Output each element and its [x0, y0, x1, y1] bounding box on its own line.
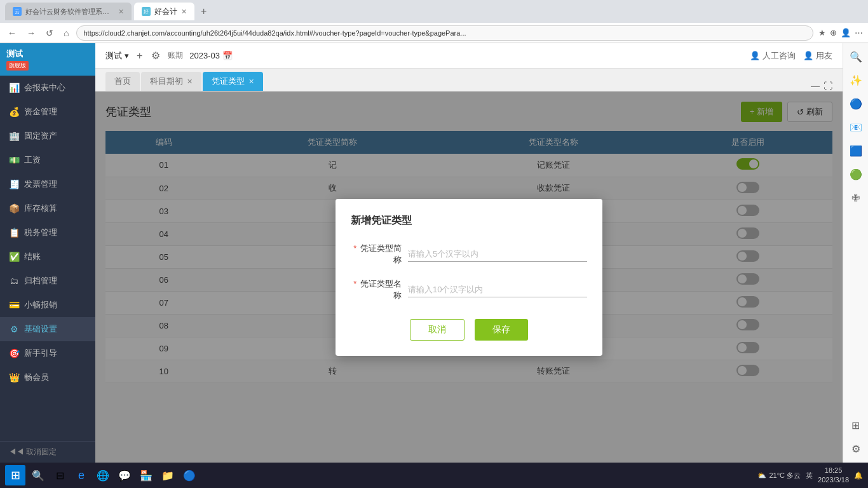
taskbar: ⊞ 🔍 ⊟ e 🌐 💬 🏪 📁 🔵 ⛅ 21°C 多云 英 18:25 2023… [0, 463, 868, 488]
sidebar-logo: 测试 旗舰版 [0, 43, 95, 76]
add-voucher-modal: 新增凭证类型 * 凭证类型简称 * 凭证类型名称 [336, 199, 602, 356]
sidebar-item-archive[interactable]: 🗂 归档管理 [0, 269, 95, 293]
notification-icon[interactable]: 🔔 [854, 471, 863, 480]
forward-button[interactable]: → [24, 27, 38, 39]
tab-expand-button[interactable]: ⛶ [824, 81, 832, 91]
taskbar-edge[interactable]: e [72, 466, 90, 484]
logo-badge: 旗舰版 [6, 61, 29, 71]
back-button[interactable]: ← [5, 27, 19, 39]
time-display: 18:25 [818, 466, 849, 475]
period-date: 2023-03 [189, 51, 220, 60]
taskbar-right: ⛅ 21°C 多云 英 18:25 2023/3/18 🔔 [757, 466, 863, 485]
right-mail-icon[interactable]: 📧 [847, 119, 865, 136]
tab-subject-init-close[interactable]: ✕ [187, 78, 193, 86]
right-sparkle-icon[interactable]: ✨ [847, 72, 865, 89]
cancel-pin-button[interactable]: ◀◀ 取消固定 [0, 441, 95, 463]
tab-expand: — ⛶ [811, 81, 832, 91]
sidebar-item-fixed-assets[interactable]: 🏢 固定资产 [0, 124, 95, 148]
workspace-selector[interactable]: 测试 ▾ [105, 50, 129, 62]
taskbar-store[interactable]: 🏪 [137, 466, 155, 484]
taskbar-task-view[interactable]: ⊟ [51, 466, 69, 484]
profile-icon[interactable]: 👤 [841, 28, 851, 37]
tab-voucher-type-close[interactable]: ✕ [248, 78, 254, 86]
sidebar-label-capital: 资金管理 [24, 106, 57, 118]
menu-icon[interactable]: ⋯ [855, 28, 863, 37]
right-grid-icon[interactable]: ⊞ [849, 417, 862, 434]
taskbar-folder[interactable]: 📁 [159, 466, 177, 484]
invoice-icon: 🧾 [9, 179, 19, 189]
date-display: 2023/3/18 [818, 475, 849, 485]
logo-text: 测试 [6, 48, 29, 60]
required-star-1: * [353, 243, 356, 253]
user-icon: 👤 [803, 51, 813, 60]
sidebar-item-dashboard[interactable]: 📊 会报表中心 [0, 76, 95, 100]
tab-close-1[interactable]: ✕ [118, 8, 124, 16]
guide-icon: 🎯 [9, 348, 19, 358]
start-button[interactable]: ⊞ [5, 465, 25, 485]
taskbar-chrome[interactable]: 🌐 [94, 466, 112, 484]
right-gear-icon[interactable]: ⚙ [849, 440, 863, 458]
extensions-icon[interactable]: ⊕ [830, 28, 837, 37]
sidebar-label-inventory: 库存核算 [24, 203, 57, 214]
tab-label-1: 好会计云财务软件管理系统_会计 [25, 7, 114, 17]
tab-subject-init[interactable]: 科目期初 ✕ [141, 72, 201, 91]
taskbar-wechat[interactable]: 💬 [116, 466, 133, 484]
sidebar-item-expense[interactable]: 💳 小畅报销 [0, 293, 95, 317]
sidebar-item-tax[interactable]: 📋 税务管理 [0, 220, 95, 245]
home-button[interactable]: ⌂ [61, 27, 71, 39]
right-plus-icon[interactable]: ✙ [849, 189, 862, 207]
right-green-icon[interactable]: 🟢 [847, 166, 865, 183]
sidebar-item-member[interactable]: 👑 畅会员 [0, 365, 95, 390]
sidebar-item-closing[interactable]: ✅ 结账 [0, 245, 95, 269]
refresh-button[interactable]: ↺ [43, 27, 56, 39]
add-workspace-button[interactable]: + [135, 49, 144, 63]
period-value[interactable]: 2023-03 📅 [189, 51, 233, 60]
dashboard-icon: 📊 [9, 83, 19, 93]
tab-label-2: 好会计 [154, 6, 177, 17]
user-button[interactable]: 👤 用友 [803, 50, 832, 62]
right-box-icon[interactable]: 🟦 [847, 142, 865, 159]
right-circle-icon[interactable]: 🔵 [847, 95, 865, 112]
right-search-icon[interactable]: 🔍 [847, 48, 865, 65]
full-name-input[interactable] [408, 282, 587, 297]
workspace-dropdown-icon: ▾ [125, 51, 129, 60]
main-area: 测试 ▾ + ⚙ 账期 2023-03 📅 👤 人工咨询 👤 用友 [95, 43, 843, 463]
inventory-icon: 📦 [9, 203, 19, 214]
sidebar-item-inventory[interactable]: 📦 库存核算 [0, 196, 95, 220]
sidebar-label-closing: 结账 [24, 251, 41, 262]
sidebar-item-basic-settings[interactable]: ⚙ 基础设置 [0, 317, 95, 341]
sidebar-label-basic-settings: 基础设置 [24, 323, 57, 335]
sidebar-item-salary[interactable]: 💵 工资 [0, 148, 95, 172]
address-input[interactable] [76, 25, 813, 41]
browser-tab-1[interactable]: 云 好会计云财务软件管理系统_会计 ✕ [5, 3, 132, 20]
modal-title: 新增凭证类型 [351, 214, 587, 227]
tab-minimize-button[interactable]: — [811, 81, 820, 91]
page-content: 凭证类型 + 新增 ↺ 刷新 编码 凭证类型简称 凭证类型名称 是否启用 [95, 92, 843, 463]
taskbar-edge2[interactable]: 🔵 [180, 466, 198, 484]
settings-button[interactable]: ⚙ [150, 48, 161, 63]
tab-voucher-type[interactable]: 凭证类型 ✕ [203, 72, 263, 91]
sidebar-label-invoice: 发票管理 [24, 179, 57, 190]
taskbar-input-lang[interactable]: 英 [806, 471, 813, 480]
sidebar-item-invoice[interactable]: 🧾 发票管理 [0, 172, 95, 196]
browser-tab-2[interactable]: 好 好会计 ✕ [134, 3, 194, 20]
sidebar-item-guide[interactable]: 🎯 新手引导 [0, 341, 95, 365]
short-name-input[interactable] [408, 247, 587, 262]
consult-icon: 👤 [750, 51, 760, 60]
sidebar-label-tax: 税务管理 [24, 227, 57, 238]
sidebar-label-archive: 归档管理 [24, 275, 57, 287]
sidebar-label-expense: 小畅报销 [24, 299, 57, 311]
sidebar-label-guide: 新手引导 [24, 348, 57, 359]
sidebar-item-capital[interactable]: 💰 资金管理 [0, 100, 95, 124]
save-button[interactable]: 保存 [475, 319, 528, 341]
consult-button[interactable]: 👤 人工咨询 [750, 50, 796, 62]
tab-close-2[interactable]: ✕ [181, 8, 187, 16]
salary-icon: 💵 [9, 155, 19, 165]
full-name-row: * 凭证类型名称 [351, 278, 587, 301]
tab-home[interactable]: 首页 [105, 72, 140, 91]
new-tab-button[interactable]: + [197, 6, 210, 17]
taskbar-search[interactable]: 🔍 [29, 466, 47, 484]
cancel-button[interactable]: 取消 [410, 319, 465, 341]
bookmark-icon[interactable]: ★ [818, 28, 826, 37]
toolbar-right: 👤 人工咨询 👤 用友 [750, 50, 832, 62]
